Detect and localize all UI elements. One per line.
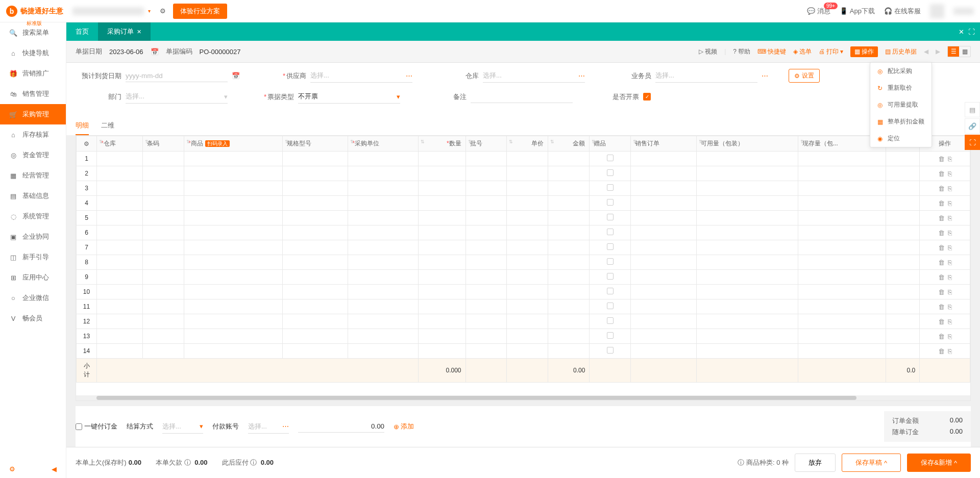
subtab-qr[interactable]: 二维 — [101, 117, 114, 135]
gift-checkbox[interactable] — [607, 229, 614, 235]
close-icon[interactable]: ✕ — [137, 29, 141, 35]
copy-icon[interactable]: ⎘ — [948, 318, 952, 325]
table-row[interactable]: 14🗑⎘ — [77, 344, 970, 359]
download-link[interactable]: 📱 App下载 — [840, 7, 875, 16]
copy-icon[interactable]: ⎘ — [948, 214, 952, 222]
col-barcode[interactable]: ⇅条码 — [143, 136, 184, 152]
delete-icon[interactable]: 🗑 — [938, 303, 945, 311]
sidebar-item-13[interactable]: ○企业微信 — [0, 288, 66, 308]
col-available[interactable]: ⇅可用量（包装） — [696, 136, 798, 152]
sidebar-item-6[interactable]: ◎资金管理 — [0, 145, 66, 165]
operation-button[interactable]: ▦ 操作 — [850, 46, 878, 57]
delete-icon[interactable]: 🗑 — [938, 214, 945, 222]
onekey-checkbox[interactable]: 一键付订金 — [76, 422, 117, 431]
table-row[interactable]: 1🗑⎘ — [77, 152, 970, 166]
history-link[interactable]: ▤ 历史单据 — [885, 47, 917, 56]
sidebar-item-7[interactable]: ▦经营管理 — [0, 165, 66, 186]
gift-checkbox[interactable] — [607, 169, 614, 176]
dropdown-item-2[interactable]: ◎可用量提取 — [870, 96, 932, 113]
col-gift[interactable]: ⇅赠品 — [590, 136, 631, 152]
delete-icon[interactable]: 🗑 — [938, 155, 945, 163]
col-spec[interactable]: ⇅规格型号 — [282, 136, 348, 152]
delete-icon[interactable]: 🗑 — [938, 333, 945, 340]
sidebar-item-3[interactable]: 🛍销售管理 — [0, 84, 66, 104]
shortcut-link[interactable]: ⌨ 快捷键 — [757, 47, 786, 56]
select-link[interactable]: ◈ 选单 — [793, 47, 812, 56]
prev-icon[interactable]: ◀ — [924, 48, 928, 55]
gift-checkbox[interactable] — [607, 199, 614, 206]
supplier-select[interactable]: 选择...⋯ — [310, 69, 412, 83]
col-amount[interactable]: ⇅金额 — [548, 136, 590, 152]
sidebar-item-8[interactable]: ▤基础信息 — [0, 186, 66, 206]
add-link[interactable]: ⊕ 添加 — [394, 422, 414, 431]
gear-icon[interactable]: ⚙ — [160, 7, 166, 15]
gift-checkbox[interactable] — [607, 184, 614, 191]
sidebar-item-14[interactable]: V畅会员 — [0, 308, 66, 329]
dropdown-item-4[interactable]: ◉定位 — [870, 130, 932, 147]
table-row[interactable]: 3🗑⎘ — [77, 181, 970, 196]
gift-checkbox[interactable] — [607, 155, 614, 161]
save-draft-button[interactable]: 保存草稿 ^ — [842, 454, 901, 472]
sidebar-item-4[interactable]: 🛒采购管理 — [0, 104, 66, 124]
service-link[interactable]: 🎧 在线客服 — [884, 7, 921, 16]
delete-icon[interactable]: 🗑 — [938, 318, 945, 325]
col-batch[interactable]: ⇅批号 — [465, 136, 507, 152]
copy-icon[interactable]: ⎘ — [948, 155, 952, 163]
copy-icon[interactable]: ⎘ — [948, 185, 952, 192]
col-unit[interactable]: ⇅*采购单位 — [348, 136, 419, 152]
gift-checkbox[interactable] — [607, 303, 614, 309]
sidebar-item-5[interactable]: ⌂库存核算 — [0, 124, 66, 145]
table-row[interactable]: 8🗑⎘ — [77, 255, 970, 270]
gift-checkbox[interactable] — [607, 332, 614, 339]
copy-icon[interactable]: ⎘ — [948, 347, 952, 355]
delete-icon[interactable]: 🗑 — [938, 199, 945, 207]
delete-icon[interactable]: 🗑 — [938, 288, 945, 296]
table-row[interactable]: 9🗑⎘ — [77, 270, 970, 285]
copy-icon[interactable]: ⎘ — [948, 303, 952, 311]
sidebar-item-12[interactable]: ⊞应用中心 — [0, 267, 66, 288]
col-price[interactable]: ⇅单价 — [507, 136, 548, 152]
delete-icon[interactable]: 🗑 — [938, 229, 945, 237]
gift-checkbox[interactable] — [607, 273, 614, 280]
message-link[interactable]: 💬 消息 99+ — [807, 7, 830, 16]
table-row[interactable]: 12🗑⎘ — [77, 314, 970, 329]
subtab-detail[interactable]: 明细 — [76, 117, 89, 135]
rail-attach-icon[interactable]: 🔗 — [965, 118, 980, 134]
remark-input[interactable] — [471, 91, 573, 103]
more-icon[interactable]: ⋯ — [762, 72, 768, 80]
fullscreen-icon[interactable]: ⛶ — [968, 28, 975, 36]
table-row[interactable]: 11🗑⎘ — [77, 299, 970, 314]
copy-icon[interactable]: ⎘ — [948, 259, 952, 266]
invoice-type-select[interactable]: 不开票▾ — [298, 90, 400, 104]
col-sales-order[interactable]: ⇅销售订单 — [631, 136, 696, 152]
delete-icon[interactable]: 🗑 — [938, 347, 945, 355]
dept-select[interactable]: 选择...▾ — [126, 90, 228, 104]
sidebar-item-1[interactable]: ⌂快捷导航 — [0, 43, 66, 63]
print-link[interactable]: 🖨 打印 ▾ — [819, 47, 843, 56]
arrival-date-input[interactable] — [126, 70, 228, 82]
gift-checkbox[interactable] — [607, 288, 614, 294]
calendar-icon[interactable]: 📅 — [232, 72, 240, 80]
pay-amount-input[interactable] — [298, 420, 384, 433]
table-row[interactable]: 5🗑⎘ — [77, 211, 970, 225]
calendar-icon[interactable]: 📅 — [151, 48, 159, 56]
avatar[interactable] — [930, 4, 944, 18]
copy-icon[interactable]: ⎘ — [948, 333, 952, 340]
list-view-icon[interactable]: ☰ — [948, 46, 959, 57]
table-row[interactable]: 7🗑⎘ — [77, 240, 970, 255]
gift-checkbox[interactable] — [607, 214, 614, 220]
delete-icon[interactable]: 🗑 — [938, 170, 945, 178]
tab-home[interactable]: 首页 — [66, 22, 98, 41]
trial-button[interactable]: 体验行业方案 — [173, 4, 227, 19]
settle-select[interactable]: 选择...▾ — [162, 420, 203, 434]
copy-icon[interactable]: ⎘ — [948, 244, 952, 251]
settings-icon[interactable]: ⚙ — [9, 465, 15, 473]
gift-checkbox[interactable] — [607, 347, 614, 354]
rail-expand-icon[interactable]: ⛶ — [965, 135, 980, 150]
account-select[interactable]: 选择...⋯ — [248, 420, 289, 434]
dropdown-item-1[interactable]: ↻重新取价 — [870, 80, 932, 96]
table-row[interactable]: 13🗑⎘ — [77, 329, 970, 344]
company-selector[interactable]: ▾ — [72, 7, 151, 15]
copy-icon[interactable]: ⎘ — [948, 288, 952, 296]
settings-button[interactable]: ⚙ 设置 — [789, 69, 820, 83]
